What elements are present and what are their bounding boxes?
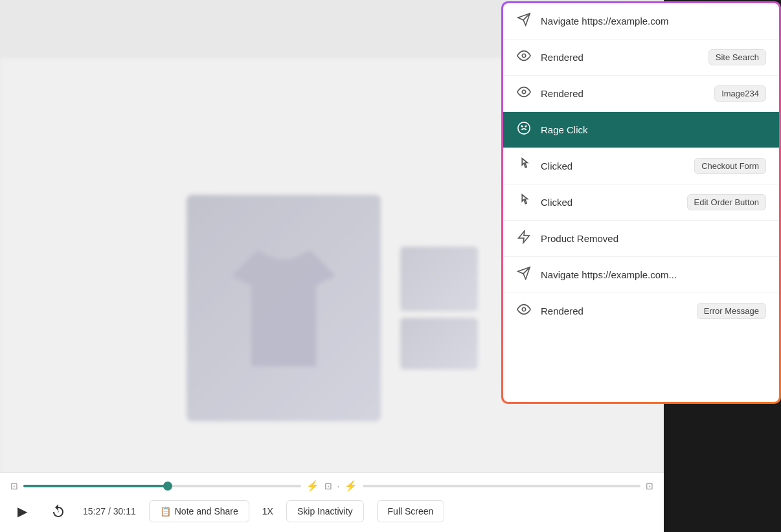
event-icon-navigate-1: [516, 12, 532, 30]
event-badge-rendered-2: Image234: [714, 85, 766, 102]
svg-point-3: [522, 54, 526, 58]
timeline-bar[interactable]: ⊡ ⚡ ⊡ · ⚡ ⊡: [0, 473, 664, 494]
event-icon-clicked-2: [516, 194, 532, 211]
time-display: 15:27 / 30:11: [83, 506, 136, 516]
event-label-rendered-2: Rendered: [541, 88, 705, 99]
event-icon-rendered-2: [516, 85, 532, 102]
event-item-rendered-3[interactable]: Rendered Error Message: [503, 293, 779, 329]
tshirt-main-image: [187, 195, 381, 421]
event-item-navigate-1[interactable]: Navigate https://example.com: [503, 3, 779, 39]
event-label-product-removed: Product Removed: [541, 233, 766, 244]
event-label-rage-click: Rage Click: [541, 124, 766, 135]
event-label-navigate-2: Navigate https://example.com...: [541, 269, 766, 280]
play-button[interactable]: ▶: [10, 500, 34, 523]
svg-point-4: [522, 90, 526, 94]
timeline-bolt-2: ⚡: [345, 480, 357, 492]
speed-button[interactable]: 1X: [262, 506, 273, 516]
replay-7-button[interactable]: 7: [47, 500, 70, 523]
event-badge-clicked-2: Edit Order Button: [687, 194, 766, 210]
event-icon-rage-click: [516, 121, 532, 139]
event-item-rendered-1[interactable]: Rendered Site Search: [503, 39, 779, 76]
event-icon-clicked-1: [516, 157, 532, 175]
event-badge-rendered-3: Error Message: [697, 303, 766, 319]
event-label-rendered-1: Rendered: [541, 52, 699, 63]
event-item-clicked-2[interactable]: Clicked Edit Order Button: [503, 184, 779, 221]
thumb-2: [400, 318, 478, 370]
svg-text:7: 7: [57, 510, 60, 514]
event-icon-navigate-2: [516, 266, 532, 283]
event-item-clicked-1[interactable]: Clicked Checkout Form: [503, 148, 779, 184]
timeline-scrubber[interactable]: [163, 482, 172, 491]
events-panel: Navigate https://example.com Rendered Si…: [503, 3, 779, 402]
event-item-navigate-2[interactable]: Navigate https://example.com...: [503, 257, 779, 293]
event-item-product-removed[interactable]: Product Removed: [503, 221, 779, 257]
skip-inactivity-button[interactable]: Skip Inactivity: [286, 500, 364, 522]
event-item-rendered-2[interactable]: Rendered Image234: [503, 76, 779, 112]
timeline-fill: [23, 485, 168, 487]
note-share-label: Note and Share: [175, 506, 238, 516]
timeline-page-icon: ⊡: [324, 481, 332, 491]
timeline-track[interactable]: [23, 485, 301, 487]
timeline-right[interactable]: [363, 485, 640, 487]
product-area: [187, 195, 478, 421]
timeline-bolt-1: ⚡: [306, 480, 319, 492]
tshirt-svg: [219, 237, 348, 379]
thumb-1: [400, 247, 478, 311]
note-icon: 📋: [160, 506, 171, 516]
player-controls: ⊡ ⚡ ⊡ · ⚡ ⊡ ▶ 7 15:27 / 30:11: [0, 472, 664, 532]
svg-point-5: [518, 122, 530, 134]
tshirt-thumbnails: [400, 247, 478, 370]
event-label-navigate-1: Navigate https://example.com: [541, 16, 766, 27]
full-screen-label: Full Screen: [388, 506, 434, 516]
event-label-clicked-1: Clicked: [541, 161, 685, 172]
svg-point-10: [522, 307, 526, 311]
timeline-end-icon: ⊡: [646, 481, 653, 491]
timeline-start-icon: ⊡: [10, 481, 18, 491]
event-badge-rendered-1: Site Search: [708, 49, 766, 65]
event-label-rendered-3: Rendered: [541, 305, 688, 316]
events-panel-wrapper: Navigate https://example.com Rendered Si…: [501, 1, 781, 404]
event-icon-rendered-3: [516, 302, 532, 320]
event-badge-clicked-1: Checkout Form: [694, 158, 766, 174]
events-list: Navigate https://example.com Rendered Si…: [503, 3, 779, 329]
controls-row: ▶ 7 15:27 / 30:11 📋 Note and Share 1X Sk…: [0, 494, 664, 532]
event-item-rage-click[interactable]: Rage Click: [503, 112, 779, 148]
event-icon-product-removed: [516, 230, 532, 247]
timeline-separator: ·: [337, 481, 340, 491]
replay-icon: 7: [51, 504, 66, 519]
full-screen-button[interactable]: Full Screen: [377, 500, 445, 522]
note-share-button[interactable]: 📋 Note and Share: [149, 500, 249, 522]
event-label-clicked-2: Clicked: [541, 197, 678, 208]
skip-inactivity-label: Skip Inactivity: [297, 506, 353, 516]
event-icon-rendered-1: [516, 49, 532, 66]
